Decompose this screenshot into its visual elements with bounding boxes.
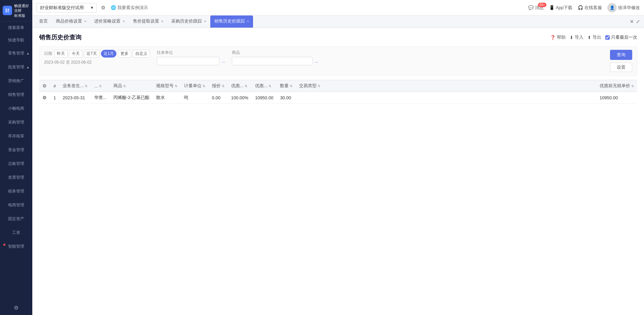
page-content: 销售历史价查询 ❓ 帮助 ⬇ 导入 ⬆ 导出 只看最后一次: [32, 28, 644, 315]
export-icon: ⬆: [587, 35, 591, 40]
version-selector[interactable]: 好业财标准版交付试用 ▾: [36, 3, 97, 12]
row-num-cell: 1: [50, 92, 59, 104]
row-gear-cell[interactable]: ⚙: [39, 92, 50, 104]
sidebar-item-ecommerce-small[interactable]: 小畅电商: [0, 102, 32, 115]
col-spec[interactable]: 规格型号 ⇅: [153, 80, 181, 92]
date-filter-group: 日期 昨天 今天 近7天 近1月 更多 自定义 2023-05-02 至 202…: [44, 50, 150, 65]
col-quote[interactable]: 报价 ⇅: [209, 80, 228, 92]
settings-button[interactable]: 设置: [610, 63, 632, 72]
online-service-icon: 🎧: [578, 5, 583, 10]
col-discount1[interactable]: 优惠... ⇅: [228, 80, 252, 92]
col-pretax-price[interactable]: 优惠前无税单价 ⇅: [596, 80, 637, 92]
message-badge: 99+: [538, 3, 546, 7]
row-biz-date-cell: 2023-05-31: [59, 92, 91, 104]
import-link[interactable]: ⬇ 导入: [570, 34, 583, 40]
logo-icon: 财: [3, 6, 12, 15]
tab-purchase-history[interactable]: 采购历史价跟踪 ×: [167, 15, 210, 28]
tab-sale-extract[interactable]: 售价提取设置 ×: [129, 15, 167, 28]
sidebar-item-wholesale[interactable]: 批发管理 ▲: [0, 60, 32, 74]
tab-home[interactable]: 首页: [35, 15, 52, 28]
col-extra[interactable]: ... ⇅: [91, 80, 110, 92]
export-link[interactable]: ⬆ 导出: [587, 34, 601, 40]
col-trans-type[interactable]: 交易类型 ⇅: [296, 80, 324, 92]
tab-purchase-strategy[interactable]: 进价策略设置 ×: [90, 15, 129, 28]
sidebar-item-finance[interactable]: 资金管理: [0, 143, 32, 157]
tab-expand-icon[interactable]: ⤢: [636, 19, 640, 24]
sidebar-item-sales[interactable]: 销售管理: [0, 88, 32, 102]
online-service-button[interactable]: 🎧 在线客服: [578, 5, 602, 11]
product-dots-icon[interactable]: ...: [315, 59, 318, 64]
tab-price[interactable]: 商品价格设置 ×: [52, 15, 90, 28]
sidebar-item-inventory[interactable]: 库存核算: [0, 129, 32, 143]
table-row: ⚙ 1 2023-05-31 华查... 丙烯酸-2-乙基已酯 散水 吨 0.0…: [39, 92, 637, 104]
col-gear[interactable]: ⚙: [39, 80, 50, 92]
customer-input[interactable]: [157, 57, 219, 65]
sidebar-search-menu[interactable]: 搜索菜单: [0, 22, 32, 34]
tab-purchase-history-close-icon[interactable]: ×: [204, 19, 206, 23]
logo-text: 畅捷通好业财 标准版: [14, 3, 30, 18]
query-button[interactable]: 查询: [610, 50, 632, 60]
sidebar-item-salary[interactable]: 工资: [0, 226, 32, 240]
row-spec-cell: 散水: [153, 92, 181, 104]
sidebar-item-assets[interactable]: 固定资产: [0, 212, 32, 226]
main-content: 好业财标准版交付试用 ▾ ⚙ 🌐 我要看实例演示 💬 消息 99+ 📱 App下…: [32, 0, 644, 315]
col-product[interactable]: 商品 ⇅: [110, 80, 153, 92]
sidebar-item-smart[interactable]: 智能管理: [0, 240, 32, 253]
date-btn-more[interactable]: 更多: [118, 50, 131, 58]
product-filter-group: 商品 ...: [232, 50, 318, 65]
page-title: 销售历史价查询: [39, 33, 81, 41]
row-unit-cell: 吨: [181, 92, 209, 104]
message-icon: 💬: [528, 5, 534, 10]
date-btn-last7[interactable]: 近7天: [84, 50, 100, 58]
messages-button[interactable]: 💬 消息 99+: [528, 5, 544, 11]
tab-sale-history-close-icon[interactable]: ×: [247, 19, 249, 23]
sidebar-item-purchase[interactable]: 采购管理: [0, 115, 32, 129]
page-header-actions: ❓ 帮助 ⬇ 导入 ⬆ 导出 只看最后一次: [550, 34, 637, 40]
tab-sale-extract-close-icon[interactable]: ×: [161, 19, 163, 23]
tab-sale-history[interactable]: 销售历史价跟踪 ×: [210, 15, 253, 28]
sidebar-item-invoice[interactable]: 发票管理: [0, 171, 32, 184]
demo-icon: 🌐: [111, 5, 116, 10]
row-pretax-price-cell: 10950.00: [596, 92, 637, 104]
col-product-sort-icon: ⇅: [123, 84, 126, 88]
demo-link[interactable]: 🌐 我要看实例演示: [111, 5, 148, 11]
col-biz-date[interactable]: 业务发生... ⇅: [59, 80, 91, 92]
sidebar-settings-icon[interactable]: ⚙: [0, 301, 32, 315]
sidebar-item-marketing[interactable]: 营销推广: [0, 74, 32, 88]
date-btn-today[interactable]: 今天: [69, 50, 82, 58]
date-btn-custom[interactable]: 自定义: [133, 50, 150, 58]
help-link[interactable]: ❓ 帮助: [550, 34, 566, 40]
sidebar-item-retail[interactable]: 零售管理 ▲: [0, 46, 32, 60]
col-unit-sort-icon: ⇅: [203, 84, 205, 88]
avatar: 👤: [607, 3, 617, 12]
row-spacer-cell: [324, 92, 596, 104]
last-time-only-checkbox[interactable]: 只看最后一次: [605, 34, 637, 40]
sidebar-quick-nav[interactable]: 快捷导航: [0, 34, 32, 46]
app-download-button[interactable]: 📱 App下载: [549, 5, 572, 11]
tab-price-close-icon[interactable]: ×: [84, 19, 86, 23]
import-icon: ⬇: [570, 35, 573, 40]
sidebar-item-ecommerce[interactable]: 电商管理: [0, 198, 32, 212]
customer-dots-icon[interactable]: ...: [221, 59, 225, 64]
tabs-window-controls: ✕ ⤢: [629, 19, 641, 24]
col-discount2-sort-icon: ⇅: [269, 84, 271, 88]
help-icon: ❓: [550, 35, 556, 40]
page-header: 销售历史价查询 ❓ 帮助 ⬇ 导入 ⬆ 导出 只看最后一次: [39, 33, 637, 41]
tab-close-window-icon[interactable]: ✕: [630, 19, 634, 24]
date-btn-last1m[interactable]: 近1月: [101, 50, 117, 58]
date-btn-yesterday[interactable]: 昨天: [54, 50, 68, 58]
customer-filter-group: 往来单位 ...: [157, 50, 225, 65]
user-profile-button[interactable]: 👤 徐泽华修改: [607, 3, 640, 12]
tab-purchase-strategy-close-icon[interactable]: ×: [122, 19, 124, 23]
col-spacer: [324, 80, 596, 92]
sidebar-item-ledger[interactable]: 总账管理: [0, 157, 32, 171]
row-extra-cell: 华查...: [91, 92, 110, 104]
row-trans-type-cell: [296, 92, 324, 104]
col-discount2[interactable]: 优惠... ⇅: [252, 80, 277, 92]
data-table: ⚙ # 业务发生... ⇅ ... ⇅: [39, 80, 637, 104]
sidebar-item-tax[interactable]: 税务管理: [0, 184, 32, 198]
col-quantity[interactable]: 数量 ⇅: [277, 80, 296, 92]
topbar-gear-icon[interactable]: ⚙: [100, 3, 107, 12]
col-unit[interactable]: 计量单位 ⇅: [181, 80, 209, 92]
product-input[interactable]: [232, 57, 313, 65]
